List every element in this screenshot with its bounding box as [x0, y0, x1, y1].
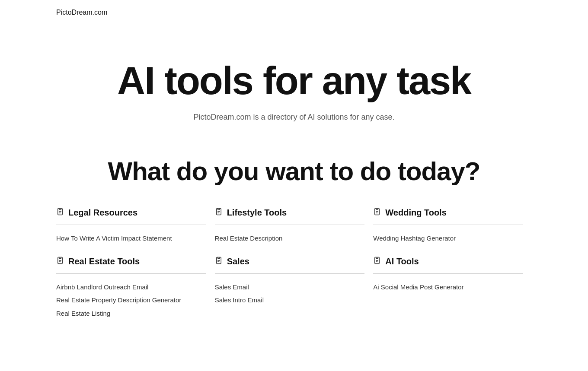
clipboard-icon-legal-resources [56, 208, 64, 218]
category-link[interactable]: Airbnb Landlord Outreach Email [56, 282, 206, 292]
category-divider-lifestyle-tools [215, 225, 365, 225]
category-title-lifestyle-tools: Lifestyle Tools [227, 208, 287, 218]
category-divider-ai-tools [373, 273, 523, 274]
category-link[interactable]: Sales Email [215, 282, 365, 292]
category-links-legal-resources: How To Write A Victim Impact Statement [56, 234, 206, 244]
category-title-real-estate-tools: Real Estate Tools [68, 257, 140, 266]
site-header: PictoDream.com [0, 0, 588, 25]
category-link[interactable]: Ai Social Media Post Generator [373, 282, 523, 292]
category-divider-sales [215, 273, 365, 274]
category-header-wedding-tools: Wedding Tools [373, 208, 523, 218]
category-title-sales: Sales [227, 257, 249, 266]
category-link[interactable]: Real Estate Property Description Generat… [56, 295, 206, 305]
category-card-legal-resources: Legal ResourcesHow To Write A Victim Imp… [56, 208, 215, 257]
section-title: What do you want to do today? [0, 139, 588, 208]
category-card-lifestyle-tools: Lifestyle ToolsReal Estate Description [215, 208, 374, 257]
category-link[interactable]: Sales Intro Email [215, 295, 365, 305]
category-title-ai-tools: AI Tools [385, 257, 419, 266]
categories-grid: Legal ResourcesHow To Write A Victim Imp… [0, 208, 588, 331]
category-card-sales: SalesSales EmailSales Intro Email [215, 257, 374, 332]
category-links-lifestyle-tools: Real Estate Description [215, 234, 365, 244]
clipboard-icon-lifestyle-tools [215, 208, 223, 218]
hero-section: AI tools for any task PictoDream.com is … [0, 25, 588, 139]
logo[interactable]: PictoDream.com [56, 9, 107, 16]
category-link[interactable]: How To Write A Victim Impact Statement [56, 234, 206, 244]
category-links-ai-tools: Ai Social Media Post Generator [373, 282, 523, 292]
category-divider-legal-resources [56, 225, 206, 225]
category-header-lifestyle-tools: Lifestyle Tools [215, 208, 365, 218]
hero-title: AI tools for any task [9, 60, 579, 102]
category-links-sales: Sales EmailSales Intro Email [215, 282, 365, 305]
hero-subtitle: PictoDream.com is a directory of AI solu… [9, 113, 579, 122]
clipboard-icon-real-estate-tools [56, 257, 64, 266]
category-card-ai-tools: AI ToolsAi Social Media Post Generator [373, 257, 532, 332]
clipboard-icon-ai-tools [373, 257, 381, 266]
category-title-wedding-tools: Wedding Tools [385, 208, 446, 218]
category-header-legal-resources: Legal Resources [56, 208, 206, 218]
svg-rect-15 [376, 257, 378, 258]
category-card-real-estate-tools: Real Estate ToolsAirbnb Landlord Outreac… [56, 257, 215, 332]
category-title-legal-resources: Legal Resources [68, 208, 137, 218]
category-link[interactable]: Real Estate Listing [56, 309, 206, 319]
category-header-real-estate-tools: Real Estate Tools [56, 257, 206, 266]
category-header-sales: Sales [215, 257, 365, 266]
svg-rect-9 [59, 257, 61, 258]
category-divider-wedding-tools [373, 225, 523, 225]
clipboard-icon-wedding-tools [373, 208, 381, 218]
svg-rect-6 [376, 209, 378, 210]
clipboard-icon-sales [215, 257, 223, 266]
category-links-real-estate-tools: Airbnb Landlord Outreach EmailReal Estat… [56, 282, 206, 319]
category-header-ai-tools: AI Tools [373, 257, 523, 266]
category-links-wedding-tools: Wedding Hashtag Generator [373, 234, 523, 244]
category-divider-real-estate-tools [56, 273, 206, 274]
category-link[interactable]: Wedding Hashtag Generator [373, 234, 523, 244]
category-link[interactable]: Real Estate Description [215, 234, 365, 244]
svg-rect-0 [59, 209, 61, 210]
category-card-wedding-tools: Wedding ToolsWedding Hashtag Generator [373, 208, 532, 257]
svg-rect-3 [217, 209, 220, 210]
svg-rect-12 [217, 257, 220, 258]
